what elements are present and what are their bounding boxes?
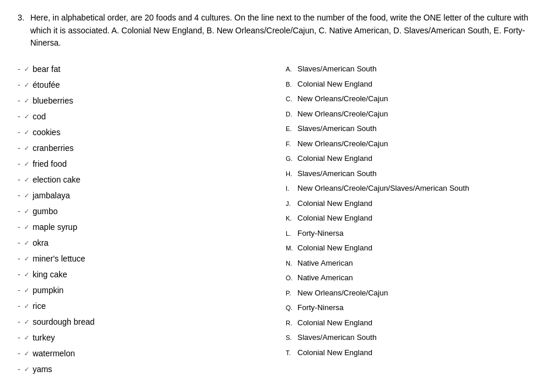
food-check: ✓ [24, 112, 29, 122]
food-name: watermelon [33, 348, 75, 360]
food-name: étoufée [33, 79, 60, 91]
cultures-list: A. Slaves/American South B. Colonial New… [274, 61, 530, 377]
food-dash: - [18, 221, 20, 233]
food-name: okra [33, 237, 49, 249]
culture-item: Q. Forty-Ninersa [286, 300, 530, 315]
culture-text: Colonial New England [297, 212, 372, 224]
food-name: cookies [33, 126, 60, 139]
culture-item: D. New Orleans/Creole/Cajun [286, 106, 530, 122]
culture-item: C. New Orleans/Creole/Cajun [286, 91, 530, 106]
food-dash: - [18, 79, 20, 91]
food-item: - ✓ étoufée [18, 77, 262, 93]
culture-text: New Orleans/Creole/Cajun [297, 108, 388, 120]
culture-letter: I. [286, 184, 295, 194]
food-item: - ✓ pumpkin [18, 283, 262, 298]
culture-text: New Orleans/Creole/Cajun [297, 287, 388, 299]
food-item: - ✓ okra [18, 235, 262, 251]
foods-list: - ✓ bear fat - ✓ étoufée - ✓ blueberries… [18, 61, 274, 377]
food-name: blueberries [33, 95, 73, 107]
culture-item: S. Slaves/American South [286, 330, 530, 345]
food-check: ✓ [24, 80, 29, 90]
food-name: bear fat [33, 63, 60, 75]
food-item: - ✓ bear fat [18, 61, 262, 77]
food-item: - ✓ rice [18, 298, 262, 314]
food-dash: - [18, 205, 20, 218]
culture-text: Native American [297, 257, 353, 269]
food-check: ✓ [24, 96, 29, 106]
culture-letter: D. [286, 109, 295, 119]
culture-letter: G. [286, 154, 295, 164]
culture-item: P. New Orleans/Creole/Cajun [286, 286, 530, 301]
culture-item: J. Colonial New England [286, 196, 530, 211]
food-item: - ✓ watermelon [18, 346, 262, 362]
culture-item: L. Forty-Ninersa [286, 226, 530, 241]
culture-text: Slaves/American South [297, 168, 376, 180]
culture-letter: O. [286, 273, 295, 283]
culture-text: Colonial New England [297, 317, 372, 329]
food-dash: - [18, 142, 20, 154]
food-name: gumbo [33, 205, 58, 218]
food-name: sourdough bread [33, 316, 95, 328]
food-item: - ✓ maple syrup [18, 219, 262, 235]
culture-letter: M. [286, 243, 295, 253]
culture-text: Forty-Ninersa [297, 302, 344, 314]
food-check: ✓ [24, 175, 29, 185]
food-item: - ✓ miner's lettuce [18, 251, 262, 267]
culture-letter: P. [286, 288, 295, 298]
food-name: king cake [33, 269, 67, 281]
food-dash: - [18, 253, 20, 265]
culture-text: New Orleans/Creole/Cajun/Slaves/American… [297, 183, 469, 194]
food-name: yams [33, 363, 52, 376]
food-item: - ✓ yams [18, 362, 262, 377]
culture-letter: T. [286, 348, 295, 358]
culture-letter: C. [286, 94, 295, 104]
food-item: - ✓ election cake [18, 172, 262, 188]
food-item: - ✓ gumbo [18, 204, 262, 219]
culture-text: Colonial New England [297, 78, 372, 90]
food-check: ✓ [24, 286, 29, 295]
culture-letter: F. [286, 139, 295, 149]
food-check: ✓ [24, 159, 29, 169]
question-number: 3. [18, 12, 25, 50]
food-item: - ✓ fried food [18, 156, 262, 172]
content-area: - ✓ bear fat - ✓ étoufée - ✓ blueberries… [18, 61, 530, 377]
culture-item: I. New Orleans/Creole/Cajun/Slaves/Ameri… [286, 181, 530, 196]
food-check: ✓ [24, 317, 29, 327]
question-text: Here, in alphabetical order, are 20 food… [30, 12, 530, 50]
culture-text: Forty-Ninersa [297, 228, 344, 239]
culture-text: Colonial New England [297, 347, 372, 359]
food-item: - ✓ blueberries [18, 93, 262, 109]
food-item: - ✓ jambalaya [18, 188, 262, 204]
food-dash: - [18, 111, 20, 123]
food-check: ✓ [24, 365, 29, 374]
culture-text: Slaves/American South [297, 332, 376, 343]
food-name: pumpkin [33, 284, 64, 297]
culture-item: E. Slaves/American South [286, 121, 530, 136]
culture-item: N. Native American [286, 256, 530, 271]
culture-text: Colonial New England [297, 153, 372, 164]
food-dash: - [18, 237, 20, 249]
food-check: ✓ [24, 333, 29, 343]
food-check: ✓ [24, 143, 29, 153]
food-dash: - [18, 332, 20, 344]
food-name: cranberries [33, 142, 74, 154]
culture-text: New Orleans/Creole/Cajun [297, 138, 388, 150]
food-dash: - [18, 190, 20, 202]
food-dash: - [18, 363, 20, 376]
culture-item: G. Colonial New England [286, 151, 530, 166]
culture-letter: A. [286, 64, 295, 74]
culture-letter: B. [286, 80, 295, 90]
food-item: - ✓ turkey [18, 330, 262, 346]
culture-letter: E. [286, 124, 295, 134]
food-name: fried food [33, 158, 67, 170]
food-name: cod [33, 111, 46, 123]
culture-letter: R. [286, 318, 295, 328]
culture-item: A. Slaves/American South [286, 61, 530, 77]
food-check: ✓ [24, 222, 29, 232]
food-check: ✓ [24, 301, 29, 311]
culture-item: F. New Orleans/Creole/Cajun [286, 136, 530, 152]
culture-text: New Orleans/Creole/Cajun [297, 93, 388, 105]
culture-text: Colonial New England [297, 198, 372, 209]
culture-letter: S. [286, 333, 295, 343]
food-check: ✓ [24, 238, 29, 248]
